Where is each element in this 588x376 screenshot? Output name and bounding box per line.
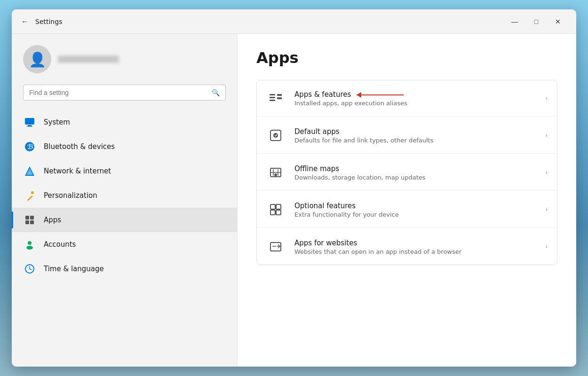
offline-maps-subtitle: Downloads, storage location, map updates (294, 174, 536, 181)
chevron-right-icon-3: › (545, 169, 548, 176)
chevron-right-icon-5: › (545, 243, 548, 250)
page-title: Apps (256, 49, 557, 67)
apps-features-text: Apps & features Installed apps, app exec… (294, 90, 536, 107)
offline-maps-text: Offline maps Downloads, storage location… (294, 164, 536, 181)
sidebar-item-time[interactable]: Time & language (12, 257, 237, 281)
svg-rect-12 (30, 220, 34, 224)
titlebar: ← Settings — □ ✕ (12, 9, 576, 34)
svg-rect-28 (276, 204, 281, 209)
apps-websites-title: Apps for websites (294, 239, 536, 247)
sidebar-label-apps: Apps (44, 216, 61, 224)
sidebar-label-time: Time & language (44, 265, 104, 273)
search-box: 🔍 (23, 85, 226, 101)
titlebar-controls: — □ ✕ (504, 14, 569, 29)
search-icon: 🔍 (212, 89, 220, 96)
svg-rect-2 (27, 126, 32, 127)
window-title: Settings (35, 18, 62, 25)
svg-point-13 (28, 241, 32, 245)
svg-rect-10 (30, 216, 34, 219)
arrow-line (357, 94, 404, 95)
offline-maps-icon (266, 163, 285, 182)
svg-rect-21 (277, 94, 282, 96)
settings-list: Apps & features Installed apps, app exec… (256, 80, 557, 265)
svg-rect-27 (270, 204, 275, 209)
sidebar-item-bluetooth[interactable]: ℬ Bluetooth & devices (12, 134, 237, 159)
main-panel: Apps Apps & (238, 34, 576, 367)
user-name-blurred (58, 55, 119, 63)
settings-card-apps-websites[interactable]: Apps for websites Websites that can open… (257, 229, 557, 265)
search-input[interactable] (29, 89, 208, 96)
sidebar: 👤 🔍 (12, 34, 238, 367)
search-section: 🔍 (12, 81, 237, 108)
sidebar-label-system: System (44, 118, 70, 126)
avatar: 👤 (23, 45, 51, 73)
apps-features-icon (266, 89, 285, 108)
sidebar-label-bluetooth: Bluetooth & devices (44, 142, 115, 151)
settings-card-apps-features[interactable]: Apps & features Installed apps, app exec… (257, 80, 557, 117)
annotation-arrow (357, 91, 404, 99)
settings-card-default-apps[interactable]: Default apps Defaults for file and link … (257, 118, 557, 154)
content-area: 👤 🔍 (12, 34, 576, 367)
optional-features-icon (266, 200, 285, 219)
svg-text:ℬ: ℬ (27, 143, 33, 150)
offline-maps-title: Offline maps (294, 164, 536, 173)
apps-websites-icon (266, 237, 285, 256)
optional-features-text: Optional features Extra functionality fo… (294, 202, 536, 218)
personalization-icon (23, 189, 36, 202)
back-button[interactable]: ← (19, 16, 31, 28)
chevron-right-icon-2: › (545, 132, 548, 139)
network-icon (23, 164, 36, 178)
time-icon (23, 262, 36, 275)
avatar-icon: 👤 (29, 51, 46, 68)
default-apps-icon (266, 126, 285, 145)
apps-features-title: Apps & features (294, 90, 351, 99)
svg-rect-0 (25, 118, 34, 125)
svg-point-8 (31, 191, 34, 194)
minimize-button[interactable]: — (504, 14, 525, 29)
svg-rect-11 (25, 220, 29, 224)
default-apps-subtitle: Defaults for file and link types, other … (294, 137, 536, 144)
apps-features-subtitle: Installed apps, app execution aliases (294, 100, 536, 107)
nav-list: System ℬ Bluetooth & devices (12, 108, 237, 367)
svg-line-17 (30, 269, 32, 270)
sidebar-item-personalization[interactable]: Personalization (12, 183, 237, 208)
svg-point-14 (26, 246, 33, 250)
maximize-button[interactable]: □ (525, 14, 547, 29)
default-apps-text: Default apps Defaults for file and link … (294, 127, 536, 144)
sidebar-item-system[interactable]: System (12, 110, 237, 134)
sidebar-item-apps[interactable]: Apps (12, 208, 237, 232)
accounts-icon (23, 238, 36, 251)
chevron-right-icon: › (545, 95, 548, 102)
svg-rect-18 (270, 94, 275, 95)
system-icon (23, 116, 36, 129)
svg-rect-22 (277, 97, 282, 99)
sidebar-label-personalization: Personalization (44, 191, 97, 200)
svg-rect-9 (25, 216, 29, 219)
sidebar-label-network: Network & internet (44, 167, 111, 175)
apps-websites-subtitle: Websites that can open in an app instead… (294, 248, 536, 255)
titlebar-left: ← Settings (19, 16, 504, 28)
settings-card-optional-features[interactable]: Optional features Extra functionality fo… (257, 192, 557, 228)
svg-rect-30 (276, 210, 281, 215)
default-apps-title: Default apps (294, 127, 536, 136)
sidebar-item-accounts[interactable]: Accounts (12, 232, 237, 257)
optional-features-subtitle: Extra functionality for your device (294, 211, 536, 218)
bluetooth-icon: ℬ (23, 140, 36, 153)
chevron-right-icon-4: › (545, 206, 548, 213)
svg-rect-29 (270, 210, 275, 215)
sidebar-label-accounts: Accounts (44, 240, 76, 249)
apps-websites-text: Apps for websites Websites that can open… (294, 239, 536, 255)
svg-rect-20 (270, 100, 275, 101)
svg-rect-19 (270, 97, 275, 98)
svg-rect-7 (27, 196, 33, 201)
svg-rect-1 (28, 125, 32, 126)
close-button[interactable]: ✕ (547, 14, 569, 29)
settings-card-offline-maps[interactable]: Offline maps Downloads, storage location… (257, 155, 557, 191)
settings-window: ← Settings — □ ✕ 👤 🔍 (12, 9, 576, 367)
user-section: 👤 (12, 34, 237, 81)
sidebar-item-network[interactable]: Network & internet (12, 159, 237, 183)
optional-features-title: Optional features (294, 202, 536, 210)
apps-icon (23, 213, 36, 227)
apps-features-title-row: Apps & features (294, 90, 536, 100)
